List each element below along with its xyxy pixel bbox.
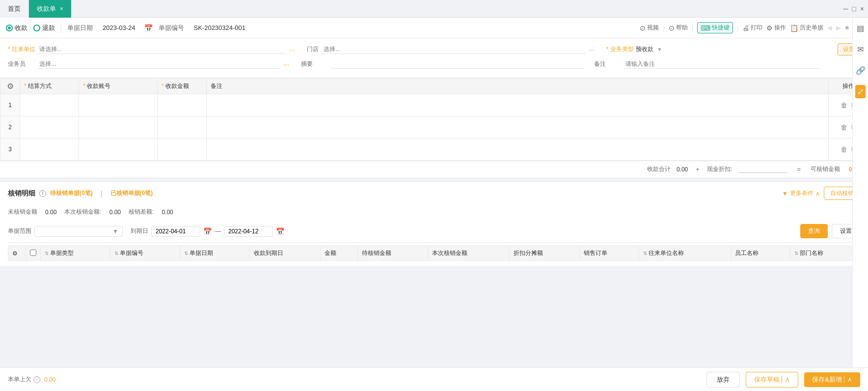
salesperson-input[interactable] [37,59,280,69]
amount-cell-1[interactable] [158,94,207,116]
help-btn[interactable]: ⊙ 帮助 [669,24,688,32]
account-cell-2[interactable] [79,116,158,139]
summary-field: 摘要 [301,59,584,69]
operate-btn[interactable]: ⚙ 操作 [766,24,786,32]
radio-refund[interactable]: 退款 [33,24,55,32]
save-draft-button[interactable]: 保存草稿 ∧ [746,372,798,388]
save-new-button[interactable]: 保存&新增 ∧ [804,372,860,387]
radio-refund-dot [33,25,40,31]
query-button[interactable]: 查询 [800,224,828,238]
remark-cell-1[interactable] [207,94,829,116]
row-no-2: 2 [0,116,20,139]
tab-pending[interactable]: 待核销单据(0笔) [50,189,93,197]
abandon-button[interactable]: 放弃 [706,372,740,388]
calendar-start-icon[interactable]: 📅 [203,227,212,235]
settle-cell-2[interactable] [20,116,79,139]
tab-home[interactable]: 首页 [0,0,29,18]
sidebar-mail-icon[interactable]: ✉ [855,43,866,56]
table-row: 1 🗑 ⧉ [0,94,868,116]
vcol-sales-order: 销售订单 [580,246,639,261]
col-remark: 备注 [207,79,829,94]
bottom-value: 0.00 [44,376,55,383]
row-no-3: 3 [0,139,20,161]
calendar-icon[interactable]: 📅 [144,24,153,32]
sidebar-link-icon[interactable]: 🔗 [854,64,868,77]
minimize-icon[interactable]: ─ [843,5,848,13]
amount-cell-2[interactable] [158,116,207,139]
equal-sign: = [797,166,801,173]
range-select[interactable]: ▼ [34,226,123,237]
partner-input[interactable] [37,45,287,54]
vcol-due: 收款到期日 [250,246,320,261]
summary-input[interactable] [330,59,584,69]
tab-bar-icons: ─ □ × [843,5,868,13]
settle-cell-3[interactable] [20,139,79,161]
amount-cell-3[interactable] [158,139,207,161]
save-draft-arrow-icon[interactable]: ∧ [782,376,790,383]
vcol-dept: ⇅ 部门名称 [790,246,860,261]
radio-receive[interactable]: 收款 [6,24,27,32]
current-verify-value: 0.00 [109,209,121,216]
filter-row: 单据范围 ▼ 到期日 📅 — 📅 查询 设置 [8,220,860,243]
tab-close-icon[interactable]: × [60,5,63,12]
radio-refund-label: 退款 [42,24,55,32]
print-btn[interactable]: 🖨 打印 [742,24,762,32]
col-account: * 收款账号 [79,79,158,94]
date-field: 单据日期 2023-03-24 📅 [67,24,153,32]
sidebar-table-icon[interactable]: ▤ [855,22,866,35]
salesperson-more-icon[interactable]: ··· [281,60,291,68]
close-window-icon[interactable]: × [860,5,864,13]
remark-cell-2[interactable] [207,116,829,139]
remark-input[interactable] [624,59,821,69]
table-row: 3 🗑 ⧉ [0,139,868,161]
date-end-input[interactable] [224,226,273,237]
col-settle: * 结算方式 [20,79,79,94]
account-cell-1[interactable] [79,94,158,116]
partner-label: * 往来单位 [8,45,37,54]
date-label: 单据日期 [67,24,93,32]
biz-type-arrow[interactable]: ▼ [657,47,662,52]
store-input[interactable] [322,45,586,54]
diff-label: 核销差额: [129,208,154,216]
account-cell-3[interactable] [79,139,158,161]
operate-icon: ⚙ [766,24,773,32]
date-value: 2023-03-24 [103,24,136,31]
vcol-partner: ⇅ 往来单位名称 [639,246,731,261]
delete-row-2-icon[interactable]: 🗑 [841,123,847,131]
verify-info-icon[interactable]: i [39,190,46,197]
bottom-info-icon[interactable]: i [33,376,40,383]
list-view-icon[interactable]: ≡ [845,24,849,31]
video-btn[interactable]: ⊙ 视频 [640,24,659,32]
tab-done[interactable]: 已核销单据(0笔) [110,189,153,197]
date-start-input[interactable] [151,226,200,237]
sidebar-expand-icon[interactable]: ⤢ [855,85,866,98]
history-icon: 📋 [790,24,798,32]
calendar-end-icon[interactable]: 📅 [276,227,284,235]
vcol-amount: 金额 [320,246,357,261]
store-field: 门店 ··· [307,45,596,54]
toolbar-actions: ⊙ 视频 | ⊙ 帮助 | ⌨ 快捷键 | 🖨 打印 ⚙ 操作 📋 历史单据 ◀… [640,22,862,33]
tab-current[interactable]: 收款单 × [29,0,71,18]
range-select-arrow: ▼ [112,228,118,235]
available-label: 可核销金额 [811,165,840,173]
partner-more-icon[interactable]: ··· [288,46,298,54]
vcol-pending: 待核销金额 [357,246,428,261]
diff-value: 0.00 [162,209,173,216]
chevron-up-icon: ∧ [815,190,820,197]
delete-row-3-icon[interactable]: 🗑 [841,145,847,153]
settle-cell-1[interactable] [20,94,79,116]
select-all-checkbox[interactable] [30,250,36,256]
delete-row-1-icon[interactable]: 🗑 [841,101,847,109]
more-conditions-btn[interactable]: ▼ 更多条件 ∧ [782,189,820,197]
history-btn[interactable]: 📋 历史单据 [790,24,823,32]
maximize-icon[interactable]: □ [852,5,856,13]
remark-cell-3[interactable] [207,139,829,161]
discount-input[interactable] [738,166,787,173]
verify-table-settings-icon[interactable]: ⚙ [12,250,18,257]
shortcut-btn[interactable]: ⌨ 快捷键 [697,22,733,33]
table-settings-icon[interactable]: ⚙ [7,82,14,90]
vcol-no: ⇅ 单据编号 [110,246,180,261]
save-new-arrow-icon[interactable]: ∧ [844,376,852,383]
store-more-icon[interactable]: ··· [587,46,597,54]
due-date-label: 到期日 [131,227,148,235]
